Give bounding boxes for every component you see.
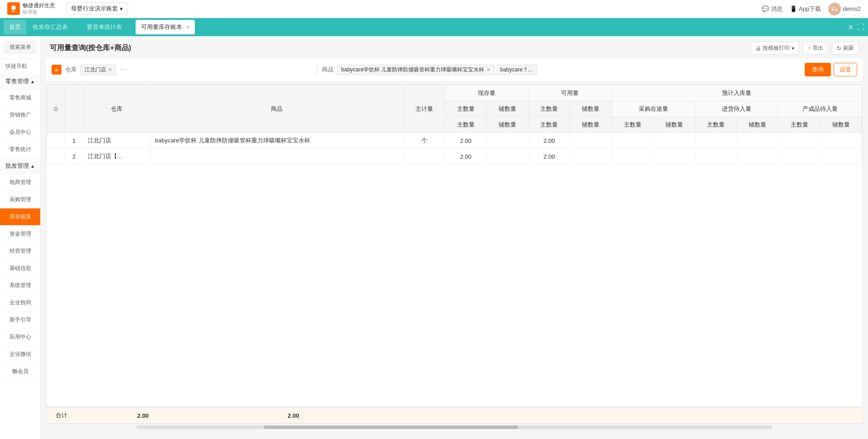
download-icon: 📱 [790, 5, 797, 12]
sidebar-item-sys-mgmt[interactable]: 系统管理 [0, 277, 40, 294]
sidebar-item-member[interactable]: 畅会员 [0, 363, 40, 380]
close-available-stock-icon[interactable]: ✕ [186, 25, 189, 30]
th-warehouse: 仓库 [83, 85, 151, 133]
horizontal-scrollbar[interactable] [46, 424, 863, 430]
filter-expand-button[interactable]: » [52, 65, 61, 75]
page-header: 可用量查询(按仓库+商品) 🖨 按模板打印 ▾ ↑ 导出 ↻ 刷新 [41, 36, 868, 58]
brand-text: 畅捷通好生意 标准版 [23, 2, 55, 15]
cell-stock-aux-0 [486, 133, 528, 149]
user-avatar-area[interactable]: Ea demo2 [828, 3, 861, 15]
cell-warehouse-1: 江北门店【... [83, 149, 151, 165]
close-order-stats-icon[interactable]: ✕ [126, 25, 129, 30]
sidebar-item-purchase[interactable]: 采购管理 [0, 191, 40, 208]
tab-receive-summary[interactable]: 收发存汇总表 ✕ [27, 20, 80, 34]
cell-settings-1 [47, 149, 65, 165]
filter-separator: | [316, 65, 318, 75]
sidebar-item-member-center[interactable]: 会员中心 [0, 124, 40, 141]
tenant-dropdown-icon: ▾ [120, 5, 123, 12]
th-available-main: 主数量 [528, 101, 570, 117]
summary-production-main [707, 412, 782, 419]
export-button[interactable]: ↑ 导出 [803, 42, 828, 55]
th-purchase-aux: 辅数量 [653, 117, 695, 133]
sidebar-item-quick-nav[interactable]: 快捷导航 [0, 59, 40, 74]
summary-label: 合计 [51, 411, 105, 420]
product-filter-tags: babycare学饮杯 儿童防摔防撞吸管杯重力球吸嘴杯宝宝水杯 ✕ babyca… [337, 65, 801, 75]
tab-available-stock[interactable]: 可用量库存账本 ✕ [136, 20, 195, 34]
th-available-main2: 主数量 [528, 117, 570, 133]
app-download-button[interactable]: 📱 App下载 [790, 5, 821, 13]
close-all-icon[interactable]: ✕ [848, 23, 854, 32]
cell-warehouse-0: 江北门店 [83, 133, 151, 149]
cell-available-main-0: 2.00 [528, 133, 570, 149]
sidebar-group-retail[interactable]: 零售管理 ▲ [0, 74, 40, 90]
expand-icon: » [55, 66, 58, 73]
export-icon: ↑ [808, 45, 811, 52]
th-incoming-pending: 进货待入量 [695, 101, 778, 117]
warehouse-filter-label: 仓库 [65, 66, 77, 74]
sidebar-item-enterprise-wechat[interactable]: 企业微信 [0, 346, 40, 363]
sidebar-item-base-info[interactable]: 基础信息 [0, 260, 40, 277]
data-table: ⚙ 仓库 商品 主计量 现存量 可用量 预计入库量 主数量 辅数量 主数量 [47, 85, 862, 165]
cell-production-main-1 [778, 149, 820, 165]
remove-product-tag1-icon[interactable]: ✕ [486, 67, 491, 73]
receive-summary-label: 收发存汇总表 [33, 23, 68, 31]
brand-icon [7, 2, 20, 15]
available-stock-label: 可用量库存账本 [141, 23, 182, 31]
cell-production-main-0 [778, 133, 820, 149]
sidebar-item-retail-shop[interactable]: 零售商城 [0, 90, 40, 107]
sidebar-item-marketing[interactable]: 营销推广 [0, 107, 40, 124]
maximize-icon[interactable]: ⛶ [857, 23, 864, 31]
cell-product-0: babycare学饮杯 儿童防摔防撞吸管杯重力球吸嘴杯宝宝水杯 [150, 133, 403, 149]
sidebar-item-inventory[interactable]: 库存核算 [0, 208, 40, 226]
more-warehouse-filter-icon[interactable]: ··· [118, 66, 127, 74]
warehouse-filter-tags: 江北门店 ✕ ··· [80, 65, 312, 75]
summary-row: 合计 2.00 2.00 [46, 407, 863, 424]
column-settings-icon[interactable]: ⚙ [53, 105, 59, 113]
page-title: 可用量查询(按仓库+商品) [50, 43, 131, 53]
remove-warehouse-tag-icon[interactable]: ✕ [108, 67, 112, 73]
sidebar-item-enterprise[interactable]: 企业协同 [0, 294, 40, 312]
tab-order-stats[interactable]: 要货单统计表 ✕ [81, 20, 135, 34]
message-icon: 💬 [762, 5, 769, 12]
avatar: Ea [828, 3, 841, 15]
refresh-button[interactable]: ↻ 刷新 [832, 42, 859, 55]
sidebar-item-finance[interactable]: 资金管理 [0, 226, 40, 243]
tenant-selector[interactable]: 母婴行业演示账套 ▾ [66, 2, 128, 15]
query-button[interactable]: 查询 [805, 63, 831, 76]
scroll-track [137, 425, 772, 429]
product-tag-2: babycare？... [496, 65, 537, 75]
username: demo2 [843, 5, 861, 12]
th-production-pending: 产成品待入量 [778, 101, 862, 117]
sidebar-item-operations[interactable]: 经营管理 [0, 243, 40, 260]
filter-actions: 查询 设置 [805, 63, 857, 76]
svg-point-0 [11, 5, 16, 10]
cell-available-main-1: 2.00 [528, 149, 570, 165]
scroll-thumb[interactable] [264, 425, 518, 429]
sidebar-item-new-guide[interactable]: 新手引导 [0, 312, 40, 329]
th-no [65, 85, 83, 133]
data-table-wrapper[interactable]: ⚙ 仓库 商品 主计量 现存量 可用量 预计入库量 主数量 辅数量 主数量 [46, 85, 863, 407]
th-expected-in-group: 预计入库量 [612, 85, 862, 101]
main-layout: 搜索菜单 快捷导航 零售管理 ▲ 零售商城 营销推广 会员中心 零售统计 批发管… [0, 36, 868, 439]
sidebar-item-retail-stats[interactable]: 零售统计 [0, 141, 40, 158]
print-template-button[interactable]: 🖨 按模板打印 ▾ [750, 42, 799, 55]
order-stats-label: 要货单统计表 [87, 23, 122, 31]
cell-incoming-main-0 [695, 133, 737, 149]
sidebar-item-app-center[interactable]: 应用中心 [0, 329, 40, 346]
sidebar-item-ecommerce[interactable]: 电商管理 [0, 174, 40, 191]
retail-mgmt-label: 零售管理 [5, 77, 29, 85]
cell-production-aux-0 [820, 133, 862, 149]
message-button[interactable]: 💬 消息 [762, 5, 783, 13]
sidebar-group-wholesale[interactable]: 批发管理 ▲ [0, 158, 40, 174]
summary-purchase-aux [481, 412, 557, 419]
tab-home[interactable]: 首页 [4, 20, 26, 34]
brand-logo: 畅捷通好生意 标准版 [7, 2, 55, 15]
settings-button[interactable]: 设置 [834, 63, 857, 76]
search-menu-button[interactable]: 搜索菜单 [4, 41, 37, 54]
summary-purchase-main [406, 412, 481, 419]
th-production-aux: 辅数量 [820, 117, 862, 133]
th-product: 商品 [150, 85, 403, 133]
product-tag-1: babycare学饮杯 儿童防摔防撞吸管杯重力球吸嘴杯宝宝水杯 ✕ [337, 65, 495, 75]
th-settings: ⚙ [47, 85, 65, 133]
close-receive-summary-icon[interactable]: ✕ [71, 25, 75, 30]
